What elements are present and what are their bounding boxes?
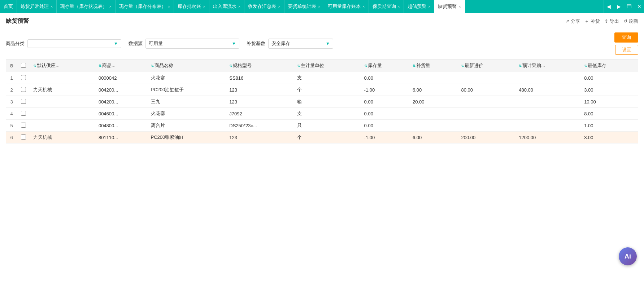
cell-unit: 箱: [293, 96, 360, 108]
cell-product_name: PC200张紧油缸: [147, 132, 226, 144]
nav-tab-close-inventory-dist[interactable]: ×: [168, 4, 170, 9]
col-header-unit[interactable]: ⇅主计量单位: [293, 59, 360, 72]
replenish-base-select[interactable]: 安全库存 ▼: [268, 39, 333, 49]
category-dropdown-arrow: ▼: [114, 41, 118, 46]
col-header-est_purchase[interactable]: ⇅预计采购...: [515, 59, 580, 72]
nav-tab-available-ledger[interactable]: 可用量库存账本 ×: [324, 0, 369, 13]
nav-tab-close-inout-flow[interactable]: ×: [238, 4, 240, 9]
row-checkbox[interactable]: [21, 134, 26, 140]
nav-restore-btn[interactable]: 🗖: [624, 0, 634, 13]
nav-tab-batch-account[interactable]: 库存批次账 ×: [174, 0, 209, 13]
ai-badge[interactable]: Ai: [619, 247, 637, 265]
cell-product_code: 004200...: [95, 96, 147, 108]
nav-tab-inout-flow[interactable]: 出入库流水 ×: [209, 0, 244, 13]
table-wrapper: ⚙⇅默认供应...⇅商品...⇅商品名称⇅规格型号⇅主计量单位⇅库存量⇅补货量⇅…: [0, 59, 644, 144]
col-header-stock_qty[interactable]: ⇅库存量: [361, 59, 409, 72]
row-checkbox-cell[interactable]: [17, 132, 30, 144]
nav-tab-overstock-warning[interactable]: 超储预警 ×: [404, 0, 434, 13]
col-header-product_code[interactable]: ⇅商品...: [95, 59, 147, 72]
refresh-button[interactable]: ↺ 刷新: [623, 18, 638, 25]
datasource-select[interactable]: 可用量 ▼: [145, 39, 239, 49]
nav-tab-close-overstock-warning[interactable]: ×: [428, 4, 430, 9]
share-button[interactable]: ↗ 分享: [565, 18, 580, 25]
row-checkbox-cell[interactable]: [17, 120, 30, 132]
nav-tab-close-shortage-warning[interactable]: ×: [458, 4, 461, 9]
nav-tab-inventory-status[interactable]: 现存量（库存状况表） ×: [57, 0, 115, 13]
cell-spec: 123: [226, 132, 293, 144]
nav-tab-home[interactable]: 首页: [0, 0, 17, 13]
query-button[interactable]: 查询: [614, 32, 638, 43]
cell-min_stock: 10.00: [580, 96, 638, 108]
category-filter: 商品分类 ▼: [6, 39, 121, 48]
nav-tab-recv-summary[interactable]: 收发存汇总表 ×: [244, 0, 284, 13]
cell-product_name: PC200油缸缸子: [147, 84, 226, 96]
nav-tab-close-requisition-stat[interactable]: ×: [318, 4, 320, 9]
nav-next-btn[interactable]: ▶: [614, 0, 624, 13]
row-checkbox-cell[interactable]: [17, 108, 30, 120]
cell-latest_price: 200.00: [457, 132, 515, 144]
cell-default_supplier: 力天机械: [30, 132, 95, 144]
row-checkbox[interactable]: [21, 123, 26, 128]
col-header-min_stock[interactable]: ⇅最低库存: [580, 59, 638, 72]
table-row[interactable]: 3004200...三九123箱0.0020.0010.00: [6, 96, 638, 108]
cell-product_code: 004800...: [95, 120, 147, 132]
row-number: 6: [6, 132, 17, 144]
page-title: 缺货预警: [6, 17, 29, 25]
cell-replenish_qty: [409, 120, 457, 132]
export-button[interactable]: ⇧ 导出: [604, 18, 619, 25]
nav-controls: ◀ ▶ 🗖 ✕: [604, 0, 644, 13]
col-header-default_supplier[interactable]: ⇅默认供应...: [30, 59, 95, 72]
table-row[interactable]: 4004600...火花塞J7092支0.008.00: [6, 108, 638, 120]
category-select[interactable]: ▼: [27, 39, 121, 48]
table-row[interactable]: 2力天机械004200...PC200油缸缸子123个-1.006.0080.0…: [6, 84, 638, 96]
row-checkbox-cell[interactable]: [17, 84, 30, 96]
nav-tab-shortage-warning[interactable]: 缺货预警 ×: [434, 0, 465, 13]
cell-spec: J7092: [226, 108, 293, 120]
select-all-checkbox[interactable]: [21, 63, 26, 68]
col-header-spec[interactable]: ⇅规格型号: [226, 59, 293, 72]
settings-button[interactable]: 设置: [615, 45, 638, 55]
table-row[interactable]: 10000042火花塞SS816支0.008.00: [6, 72, 638, 84]
cell-min_stock: 8.00: [580, 108, 638, 120]
nav-tab-close-batch-account[interactable]: ×: [203, 4, 205, 9]
col-header-product_name[interactable]: ⇅商品名称: [147, 59, 226, 72]
row-checkbox[interactable]: [21, 99, 26, 104]
nav-tab-expiry-query[interactable]: 保质期查询 ×: [369, 0, 404, 13]
replenish-button[interactable]: ＋ 补货: [584, 18, 600, 25]
nav-tab-abnormal[interactable]: 炼货异常处理 ×: [17, 0, 57, 13]
cell-latest_price: 80.00: [457, 84, 515, 96]
row-number: 3: [6, 96, 17, 108]
table-row[interactable]: 5004800...离合片DS250*23c...只0.001.00: [6, 120, 638, 132]
cell-est_purchase: [515, 72, 580, 84]
cell-product_code: 004200...: [95, 84, 147, 96]
cell-latest_price: [457, 120, 515, 132]
row-checkbox[interactable]: [21, 87, 26, 92]
cell-product_code: 801110...: [95, 132, 147, 144]
nav-tab-close-expiry-query[interactable]: ×: [398, 4, 400, 9]
nav-tab-inventory-dist[interactable]: 现存量（库存分布表） ×: [116, 0, 174, 13]
col-header-replenish_qty[interactable]: ⇅补货量: [409, 59, 457, 72]
row-checkbox-cell[interactable]: [17, 72, 30, 84]
nav-tab-close-available-ledger[interactable]: ×: [362, 4, 365, 9]
gear-icon[interactable]: ⚙: [9, 63, 14, 69]
nav-tab-close-inventory-status[interactable]: ×: [109, 4, 111, 9]
row-number: 2: [6, 84, 17, 96]
datasource-label: 数据源: [129, 40, 143, 47]
nav-tab-close-recv-summary[interactable]: ×: [278, 4, 280, 9]
nav-tab-requisition-stat[interactable]: 要货单统计表 ×: [284, 0, 324, 13]
nav-tab-close-abnormal[interactable]: ×: [51, 4, 53, 9]
row-checkbox-cell[interactable]: [17, 96, 30, 108]
cell-unit: 只: [293, 120, 360, 132]
col-header-latest_price[interactable]: ⇅最新进价: [457, 59, 515, 72]
row-checkbox[interactable]: [21, 75, 26, 80]
cell-min_stock: 3.00: [580, 84, 638, 96]
nav-prev-btn[interactable]: ◀: [604, 0, 614, 13]
row-checkbox[interactable]: [21, 111, 26, 116]
table-row[interactable]: 6力天机械801110...PC200张紧油缸123个-1.006.00200.…: [6, 132, 638, 144]
nav-close-btn[interactable]: ✕: [634, 0, 644, 13]
cell-product_code: 004600...: [95, 108, 147, 120]
cell-unit: 个: [293, 132, 360, 144]
cell-est_purchase: [515, 96, 580, 108]
replenish-base-value: 安全库存: [271, 40, 290, 47]
export-icon: ⇧: [604, 18, 608, 24]
